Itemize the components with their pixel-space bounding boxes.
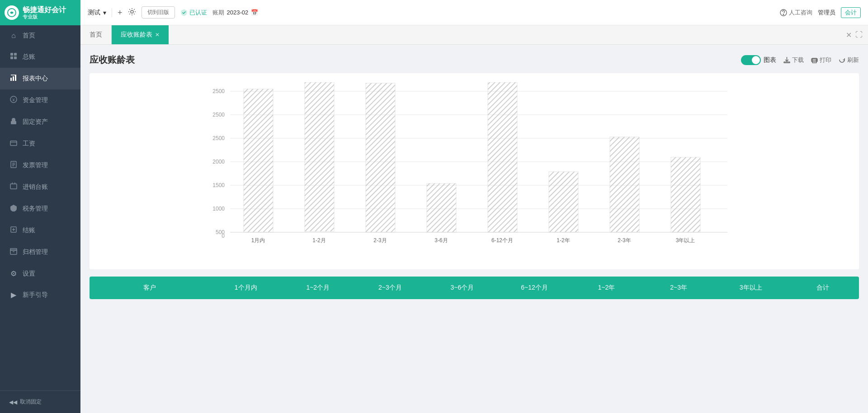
sidebar-item-newbie-guide[interactable]: ▶ 新手引导 xyxy=(0,284,80,305)
svg-text:3年以上: 3年以上 xyxy=(676,237,695,244)
sidebar-item-newbie-label: 新手引导 xyxy=(23,291,48,299)
svg-rect-47 xyxy=(244,89,273,232)
user-role[interactable]: 会计 xyxy=(841,7,861,18)
topbar-settings-button[interactable] xyxy=(128,8,136,18)
tab-accounts-receivable[interactable]: 应收账龄表 ✕ xyxy=(112,25,169,44)
tax-icon xyxy=(9,204,18,213)
svg-text:2-3月: 2-3月 xyxy=(373,237,387,244)
chart-container: 2500 2500 2500 2000 1500 1000 500 0 xyxy=(90,73,859,269)
svg-rect-27 xyxy=(784,62,790,63)
cert-status: 已认证 xyxy=(180,9,207,17)
svg-rect-57 xyxy=(549,172,578,232)
user-name[interactable]: 管理员 xyxy=(818,9,835,17)
svg-text:6-12个月: 6-12个月 xyxy=(491,237,513,244)
svg-text:2500: 2500 xyxy=(212,88,225,94)
sidebar-item-tax-management[interactable]: 税务管理 xyxy=(0,198,80,220)
project-selector[interactable]: 测试 ▾ xyxy=(88,9,106,17)
svg-point-24 xyxy=(131,10,133,13)
period-label: 账期 xyxy=(212,9,224,17)
sidebar-item-fund-label: 资金管理 xyxy=(23,96,48,104)
sidebar-nav: ⌂ 首页 总账 报表 xyxy=(0,25,80,390)
salary-icon xyxy=(9,139,18,148)
svg-rect-55 xyxy=(488,82,517,232)
svg-point-30 xyxy=(816,60,817,61)
svg-rect-5 xyxy=(10,78,12,81)
invoice-icon xyxy=(9,161,18,170)
topbar: 测试 ▾ + 切到旧版 已认证 账期 2023-02 📅 xyxy=(80,0,868,25)
sidebar-item-settings[interactable]: ⚙ 设置 xyxy=(0,263,80,284)
col-2-3month: 2~3个月 xyxy=(354,277,426,299)
svg-rect-7 xyxy=(15,75,16,81)
page-title: 应收账龄表 xyxy=(90,54,135,66)
sidebar-item-general-ledger-label: 总账 xyxy=(23,53,35,61)
sidebar-item-report-center[interactable]: 报表中心 xyxy=(0,68,80,89)
sidebar-item-home[interactable]: ⌂ 首页 xyxy=(0,25,80,46)
svg-rect-17 xyxy=(10,184,17,189)
sidebar-item-fixed-assets[interactable]: 固定资产 xyxy=(0,111,80,133)
sidebar-item-invoice-management[interactable]: 发票管理 xyxy=(0,155,80,176)
page-header: 应收账龄表 图表 下载 xyxy=(90,54,859,66)
page-actions: 图表 下载 打印 xyxy=(741,55,859,65)
svg-rect-61 xyxy=(671,157,700,232)
download-label: 下载 xyxy=(792,56,804,64)
sidebar-item-purchase-sales[interactable]: 进销台账 xyxy=(0,176,80,198)
svg-text:2500: 2500 xyxy=(212,112,225,118)
sidebar-item-tax-label: 税务管理 xyxy=(23,205,48,213)
svg-rect-1 xyxy=(10,53,13,56)
sidebar-item-purchase-sales-label: 进销台账 xyxy=(23,183,48,191)
download-button[interactable]: 下载 xyxy=(783,56,804,64)
col-1-2month: 1~2个月 xyxy=(282,277,354,299)
cert-label: 已认证 xyxy=(189,9,207,17)
svg-rect-11 xyxy=(10,141,17,145)
expand-window-button[interactable]: ⛶ xyxy=(855,31,863,39)
col-1-2year: 1~2年 xyxy=(571,277,643,299)
period-display: 账期 2023-02 📅 xyxy=(212,9,259,17)
page-content: 应收账龄表 图表 下载 xyxy=(80,45,868,413)
sidebar-item-home-label: 首页 xyxy=(23,32,35,40)
tab-home[interactable]: 首页 xyxy=(80,25,112,44)
period-value: 2023-02 xyxy=(227,9,249,16)
sidebar-item-settlement-label: 结账 xyxy=(23,226,35,235)
sidebar-item-archive-management[interactable]: 归档管理 xyxy=(0,241,80,263)
app-edition: 专业版 xyxy=(23,14,66,20)
refresh-button[interactable]: 刷新 xyxy=(839,56,859,64)
svg-rect-10 xyxy=(11,121,16,124)
topbar-right: 人工咨询 管理员 会计 xyxy=(780,7,861,18)
print-label: 打印 xyxy=(820,56,831,64)
cancel-fixed-button[interactable]: ◀◀ 取消固定 xyxy=(5,395,76,408)
svg-text:2500: 2500 xyxy=(212,135,225,141)
switch-old-version-button[interactable]: 切到旧版 xyxy=(142,6,175,19)
svg-text:1-2月: 1-2月 xyxy=(312,237,326,244)
print-button[interactable]: 打印 xyxy=(811,56,831,64)
fund-icon: ¥ xyxy=(9,96,18,105)
svg-text:¥: ¥ xyxy=(12,98,15,102)
sidebar-item-fixed-assets-label: 固定资产 xyxy=(23,118,48,126)
sidebar-item-invoice-label: 发票管理 xyxy=(23,161,48,169)
sidebar-item-general-ledger[interactable]: 总账 xyxy=(0,46,80,68)
chart-toggle-group: 图表 xyxy=(741,55,776,65)
calendar-icon[interactable]: 📅 xyxy=(251,9,258,16)
close-window-button[interactable]: ✕ xyxy=(846,31,852,39)
sidebar-item-salary[interactable]: 工资 xyxy=(0,133,80,155)
chart-toggle[interactable] xyxy=(741,55,761,65)
sidebar-item-settlement[interactable]: 结账 xyxy=(0,220,80,241)
fixed-assets-icon xyxy=(9,117,18,127)
pin-icon: ◀◀ xyxy=(9,399,17,405)
tab-ar-label: 应收账龄表 xyxy=(121,31,152,39)
close-tab-icon[interactable]: ✕ xyxy=(155,32,160,38)
app-logo-icon xyxy=(5,5,19,20)
sidebar-item-fund-management[interactable]: ¥ 资金管理 xyxy=(0,89,80,111)
video-icon: ▶ xyxy=(9,291,18,299)
sidebar-item-settings-label: 设置 xyxy=(23,270,35,278)
svg-rect-51 xyxy=(366,83,395,232)
svg-text:1500: 1500 xyxy=(212,182,225,188)
tabbar-actions: ✕ ⛶ xyxy=(846,31,868,39)
sidebar-item-archive-label: 归档管理 xyxy=(23,248,48,256)
bar-chart: 2500 2500 2500 2000 1500 1000 500 0 xyxy=(108,82,841,256)
col-3year-plus: 3年以上 xyxy=(715,277,787,299)
svg-rect-59 xyxy=(610,137,639,232)
add-project-button[interactable]: + xyxy=(118,9,123,17)
svg-text:1-2年: 1-2年 xyxy=(557,237,570,244)
consult-button[interactable]: 人工咨询 xyxy=(780,9,812,17)
report-icon xyxy=(9,74,18,83)
